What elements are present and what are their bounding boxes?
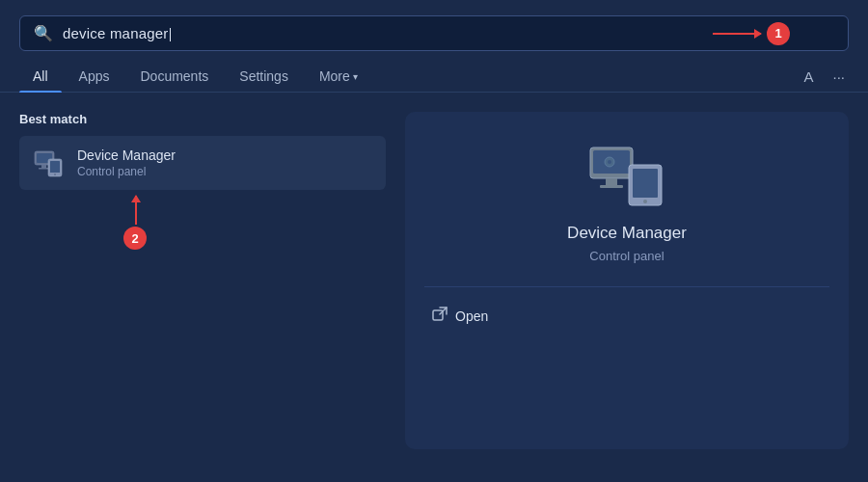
result-item-device-manager[interactable]: Device Manager Control panel [19,136,386,190]
open-button[interactable]: Open [424,303,496,330]
svg-rect-12 [633,169,658,198]
svg-rect-5 [50,161,60,173]
search-text: device manager [63,25,169,41]
search-icon: 🔍 [34,24,53,42]
tab-settings[interactable]: Settings [226,61,302,92]
tab-apps[interactable]: Apps [66,61,123,92]
result-icon-device-manager [31,146,66,180]
search-bar[interactable]: 🔍 device manager 1 [19,15,849,51]
tabs-row: All Apps Documents Settings More ▾ A ··· [0,51,868,93]
more-options-button[interactable]: ··· [828,65,849,89]
tab-documents[interactable]: Documents [126,61,222,92]
tab-more[interactable]: More ▾ [306,61,371,92]
right-icon [588,141,665,208]
svg-rect-3 [39,168,49,170]
chevron-down-icon: ▾ [353,71,358,82]
svg-rect-2 [41,165,46,168]
annotation-2-badge: 2 [123,227,147,250]
result-title: Device Manager [77,147,176,163]
right-panel: Device Manager Control panel Open [405,112,849,449]
svg-rect-10 [600,185,623,188]
annotation-2-arrow [135,196,137,225]
search-container: 🔍 device manager 1 [0,0,868,51]
svg-point-6 [54,174,56,175]
annotation-1-badge: 1 [767,22,790,45]
left-panel: Best match Device Manager Contr [19,112,386,449]
divider [424,286,829,287]
svg-rect-9 [606,178,617,185]
open-label: Open [455,308,488,324]
annotation-2-group: 2 [19,196,386,254]
result-subtitle: Control panel [77,165,176,178]
section-label: Best match [19,112,386,126]
right-title: Device Manager [567,224,687,243]
annotation-1-arrow [713,33,761,35]
right-subtitle: Control panel [589,249,664,263]
svg-point-15 [608,160,611,164]
tab-all[interactable]: All [19,61,62,92]
tabs-right-actions: A ··· [800,65,849,89]
annotation-1-group: 1 [713,22,790,45]
result-text: Device Manager Control panel [77,147,176,178]
open-external-icon [432,307,448,326]
svg-point-13 [643,200,647,203]
a-button[interactable]: A [800,65,817,89]
main-content: Best match Device Manager Contr [0,93,868,469]
